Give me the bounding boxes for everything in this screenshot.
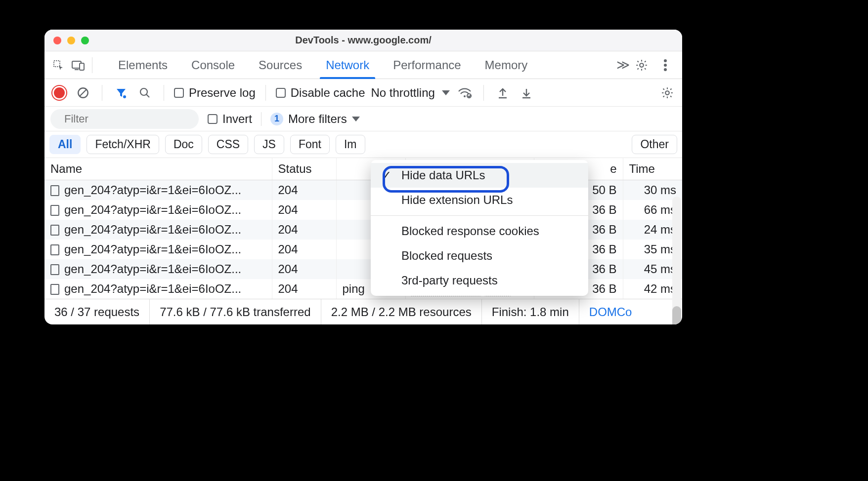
svg-point-10 (464, 95, 466, 97)
status-finish: Finish: 1.8 min (482, 299, 579, 324)
svg-point-8 (123, 95, 126, 98)
network-toolbar: Preserve log Disable cache No throttling (44, 79, 682, 107)
popover-item[interactable]: Hide extension URLs (371, 188, 588, 212)
popover-item[interactable]: Blocked requests (371, 243, 588, 268)
inspect-element-icon[interactable] (48, 55, 68, 75)
invert-checkbox[interactable]: Invert (208, 112, 252, 126)
preserve-log-label: Preserve log (189, 86, 256, 100)
record-button[interactable] (50, 84, 68, 102)
download-har-icon[interactable] (518, 84, 535, 102)
file-icon (50, 205, 59, 216)
file-icon (50, 284, 59, 295)
devtools-window: DevTools - www.google.com/ ElementsConso… (44, 30, 682, 324)
svg-point-5 (664, 64, 667, 67)
type-filter-font[interactable]: Font (290, 135, 330, 154)
status-transferred: 77.6 kB / 77.6 kB transferred (150, 299, 321, 324)
svg-point-3 (640, 63, 644, 67)
filter-toggle-icon[interactable] (112, 84, 130, 102)
status-requests: 36 / 37 requests (44, 299, 150, 324)
disable-cache-checkbox[interactable]: Disable cache (276, 86, 365, 100)
clear-button[interactable] (74, 84, 92, 102)
svg-point-4 (664, 59, 667, 62)
filter-input[interactable] (63, 112, 201, 126)
overflow-tabs-icon[interactable]: ≫ (616, 57, 627, 73)
chevron-down-icon (442, 90, 450, 95)
settings-gear-icon[interactable] (633, 56, 651, 74)
status-domcontent-link[interactable]: DOMCo (579, 299, 642, 324)
preserve-log-checkbox[interactable]: Preserve log (174, 86, 256, 100)
more-filters-label: More filters (288, 112, 347, 126)
file-icon (50, 264, 59, 275)
file-icon (50, 244, 59, 255)
checkbox-icon (276, 88, 286, 98)
status-resources: 2.2 MB / 2.2 MB resources (321, 299, 482, 324)
upload-har-icon[interactable] (494, 84, 512, 102)
throttling-label: No throttling (371, 86, 434, 100)
scrollbar-thumb[interactable] (672, 306, 681, 324)
popover-divider (371, 215, 588, 216)
separator (102, 85, 102, 101)
disable-cache-label: Disable cache (291, 86, 365, 100)
checkbox-icon (208, 114, 217, 124)
kebab-menu-icon[interactable] (656, 56, 674, 74)
more-filters-count-badge: 1 (270, 113, 283, 125)
panel-tabstrip: ElementsConsoleSourcesNetworkPerformance… (44, 51, 682, 79)
svg-point-9 (140, 88, 147, 95)
type-filter-im[interactable]: Im (336, 135, 365, 154)
more-filters-dropdown[interactable]: 1 More filters (261, 112, 360, 126)
svg-rect-2 (80, 63, 84, 70)
type-filter-css[interactable]: CSS (208, 135, 248, 154)
popover-item[interactable]: Blocked response cookies (371, 219, 588, 243)
tab-performance[interactable]: Performance (381, 51, 473, 79)
file-icon (50, 185, 59, 196)
type-filter-all[interactable]: All (49, 135, 81, 154)
type-filter-doc[interactable]: Doc (165, 135, 202, 154)
invert-label: Invert (222, 112, 252, 126)
separator (265, 85, 266, 101)
scrollbar-track (672, 197, 681, 324)
filter-bar: Invert 1 More filters (44, 107, 682, 131)
tab-console[interactable]: Console (179, 51, 247, 79)
throttling-select[interactable]: No throttling (371, 86, 449, 100)
status-bar: 36 / 37 requests 77.6 kB / 77.6 kB trans… (44, 299, 682, 324)
tab-memory[interactable]: Memory (473, 51, 540, 79)
device-toolbar-icon[interactable] (68, 55, 88, 75)
col-header-time[interactable]: Time (623, 158, 682, 180)
filter-input-wrapper[interactable] (50, 109, 199, 129)
type-filter-js[interactable]: JS (254, 135, 284, 154)
type-filter-other[interactable]: Other (632, 135, 677, 154)
separator (164, 85, 164, 101)
chevron-down-icon (352, 117, 360, 121)
network-conditions-icon[interactable] (456, 84, 474, 102)
col-header-status[interactable]: Status (272, 158, 336, 180)
col-header-name[interactable]: Name (44, 158, 272, 180)
popover-item[interactable]: 3rd-party requests (371, 268, 588, 293)
type-filter-bar: AllFetch/XHRDocCSSJSFontIm Other (44, 131, 682, 158)
checkbox-icon (174, 88, 184, 98)
svg-point-6 (664, 68, 667, 71)
titlebar: DevTools - www.google.com/ (44, 30, 682, 51)
separator (92, 57, 92, 73)
file-icon (50, 225, 59, 236)
tab-sources[interactable]: Sources (247, 51, 314, 79)
tab-elements[interactable]: Elements (106, 51, 179, 79)
window-title: DevTools - www.google.com/ (44, 35, 682, 46)
tab-network[interactable]: Network (314, 51, 381, 79)
separator (483, 85, 484, 101)
svg-point-12 (665, 91, 669, 95)
more-filters-popover: ✓Hide data URLsHide extension URLs Block… (371, 160, 588, 296)
type-filter-fetchxhr[interactable]: Fetch/XHR (87, 135, 159, 154)
network-settings-gear-icon[interactable] (658, 84, 676, 102)
search-icon[interactable] (136, 84, 154, 102)
popover-item[interactable]: ✓Hide data URLs (371, 163, 588, 188)
check-icon: ✓ (381, 168, 392, 182)
